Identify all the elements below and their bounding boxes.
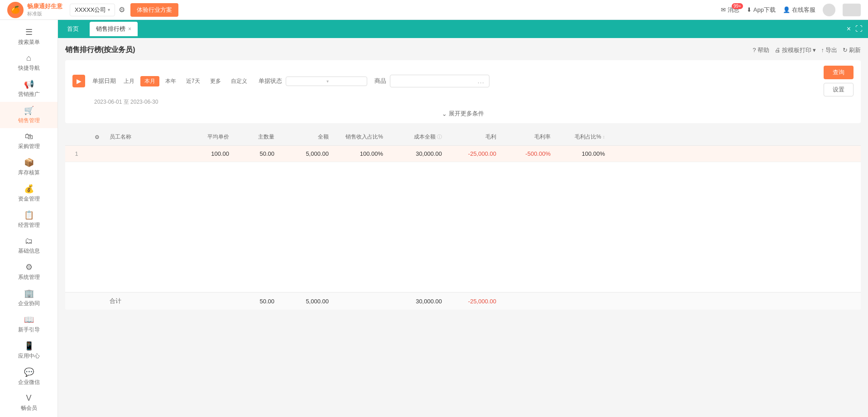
sidebar-item-member[interactable]: V 畅会员 [0, 390, 58, 416]
print-icon: 🖨 [775, 47, 781, 53]
filter-row: ▶ 单据日期 上月 本月 本年 近7天 更多 自定义 [72, 66, 854, 96]
tab-home[interactable]: 首页 [58, 20, 88, 38]
sidebar-label-member: 畅会员 [21, 404, 37, 412]
goods-input[interactable]: … [390, 75, 489, 87]
col-header-gross: 毛利 [446, 133, 500, 141]
sidebar-label-search: 搜索菜单 [18, 38, 40, 46]
cell-gross-rate: -500.00% [500, 150, 554, 157]
message-badge: 99+ [732, 3, 743, 9]
tab-sales-ranking[interactable]: 销售排行榜 × [90, 22, 138, 36]
operations-icon: 📋 [24, 210, 34, 220]
cell-amount: 5,000.00 [278, 150, 332, 157]
page-header: 销售排行榜(按业务员) ? 帮助 🖨 按模板打印 ▾ ↑ [65, 45, 861, 55]
date-tab-more[interactable]: 更多 [206, 76, 225, 86]
col-header-cost: 成本全额 ⓘ [387, 133, 446, 141]
online-service-button[interactable]: 👤 在线客服 [783, 6, 815, 14]
footer-qty: 50.00 [233, 298, 278, 305]
col-header-amount: 全额 [278, 133, 332, 141]
user-name-placeholder [843, 4, 861, 16]
sidebar-item-basic[interactable]: 🗂 基础信息 [0, 233, 58, 259]
sidebar-item-wechat[interactable]: 💬 企业微信 [0, 364, 58, 390]
export-button[interactable]: ↑ 导出 [821, 46, 838, 54]
sidebar-item-guide[interactable]: 📖 新手引导 [0, 311, 58, 337]
home-icon: ⌂ [26, 53, 31, 63]
company-selector[interactable]: XXXXX公司 ▾ [70, 4, 115, 16]
cell-avg: 100.00 [178, 150, 233, 157]
filter-area: ▶ 单据日期 上月 本月 本年 近7天 更多 自定义 [65, 60, 861, 123]
cell-cost: 30,000.00 [387, 150, 446, 157]
date-tab-custom[interactable]: 自定义 [227, 76, 251, 86]
filter-toggle-icon: ▶ [77, 77, 82, 85]
message-button[interactable]: ✉ 消息 99+ [721, 6, 739, 14]
download-icon: ⬇ [747, 6, 752, 13]
avatar[interactable] [823, 4, 835, 16]
cost-info-icon[interactable]: ⓘ [437, 134, 442, 139]
sidebar-label-enterprise: 企业协同 [18, 300, 40, 307]
app-sub: 标准版 [27, 10, 62, 17]
marketing-icon: 📢 [24, 79, 34, 89]
sidebar-item-apps[interactable]: 📱 应用中心 [0, 337, 58, 364]
help-link[interactable]: ? 帮助 [753, 46, 769, 54]
sidebar-item-search[interactable]: ☰ 搜索菜单 [0, 24, 58, 50]
cell-gross: -25,000.00 [446, 150, 500, 157]
status-filter-label: 单据状态 [259, 77, 282, 85]
cell-gross-pct: 100.00% [554, 150, 609, 157]
sidebar-label-inventory: 库存核算 [18, 169, 40, 177]
goods-filter-label: 商品 [374, 77, 386, 85]
filter-toggle-button[interactable]: ▶ [72, 75, 85, 87]
sidebar-item-system[interactable]: ⚙ 系统管理 [0, 259, 58, 285]
sidebar-label-apps: 应用中心 [18, 352, 40, 360]
table-row: 1 100.00 50.00 5,000.00 100.00% 30,000.0… [65, 146, 861, 162]
gross-pct-sort-icon[interactable]: ↕ [603, 134, 605, 139]
refresh-button[interactable]: ↻ 刷新 [843, 46, 861, 54]
date-tab-this-month[interactable]: 本月 [140, 76, 159, 86]
sidebar-label-operations: 经营管理 [18, 221, 40, 229]
col-header-name: 员工名称 [106, 133, 178, 141]
app-container: 🍊 畅康通好生意 标准版 XXXXX公司 ▾ ⚙ 体验行业方案 ✉ 消息 99+… [0, 0, 868, 417]
expand-icon: ⌄ [442, 110, 447, 117]
sidebar-item-enterprise[interactable]: 🏢 企业协同 [0, 285, 58, 311]
print-chevron: ▾ [813, 47, 816, 53]
industry-button[interactable]: 体验行业方案 [130, 3, 178, 17]
tab-bar-expand-icon[interactable]: ⛶ [855, 25, 863, 33]
inventory-icon: 📦 [24, 158, 34, 168]
guide-icon: 📖 [24, 315, 34, 325]
settings-button[interactable]: 设置 [824, 83, 854, 96]
goods-search-input[interactable] [395, 78, 477, 85]
date-tab-last-month[interactable]: 上月 [120, 76, 139, 86]
tab-bar-close-icon[interactable]: × [847, 25, 851, 33]
query-button[interactable]: 查询 [824, 66, 854, 79]
sidebar-item-finance[interactable]: 💰 资金管理 [0, 180, 58, 206]
template-print-button[interactable]: 🖨 按模板打印 ▾ [775, 46, 816, 54]
sidebar-item-sales[interactable]: 🛒 销售管理 [0, 102, 58, 128]
date-tab-this-year[interactable]: 本年 [161, 76, 180, 86]
tab-bar: 首页 销售排行榜 × × ⛶ [58, 20, 868, 38]
basic-icon: 🗂 [25, 236, 33, 246]
app-download-button[interactable]: ⬇ App下载 [747, 6, 776, 14]
col-header-sales-pct: 销售收入占比% [332, 133, 387, 141]
sidebar-label-marketing: 营销推广 [18, 91, 40, 98]
goods-filter: 商品 … [374, 75, 489, 87]
date-tab-7days[interactable]: 近7天 [182, 76, 204, 86]
app-title: 畅康通好生意 [27, 2, 62, 10]
settings-icon[interactable]: ⚙ [119, 5, 125, 14]
sidebar-item-inventory[interactable]: 📦 库存核算 [0, 154, 58, 180]
sidebar-item-operations[interactable]: 📋 经营管理 [0, 206, 58, 233]
service-icon: 👤 [783, 6, 790, 13]
help-icon: ? [753, 47, 756, 53]
sidebar-item-marketing[interactable]: 📢 营销推广 [0, 76, 58, 102]
goods-more-icon[interactable]: … [477, 77, 484, 85]
refresh-icon: ↻ [843, 47, 848, 53]
system-icon: ⚙ [25, 262, 33, 272]
tab-close-icon[interactable]: × [128, 26, 131, 32]
sidebar-label-sales: 销售管理 [18, 117, 40, 125]
sidebar-item-purchase[interactable]: 🛍 采购管理 [0, 128, 58, 154]
sidebar-item-quick-nav[interactable]: ⌂ 快捷导航 [0, 50, 58, 76]
expand-more-button[interactable]: ⌄ 展开更多条件 [72, 110, 854, 118]
table-header: ⚙ 员工名称 平均单价 主数量 全额 [65, 129, 861, 146]
content-area: 首页 销售排行榜 × × ⛶ 销售排行榜(按业务员) ? [58, 20, 868, 417]
col-header-gross-pct: 毛利占比% ↕ [554, 133, 609, 141]
col-header-setting[interactable]: ⚙ [88, 134, 106, 140]
status-select[interactable]: ▾ [286, 77, 367, 86]
tab-label: 销售排行榜 [96, 25, 125, 33]
